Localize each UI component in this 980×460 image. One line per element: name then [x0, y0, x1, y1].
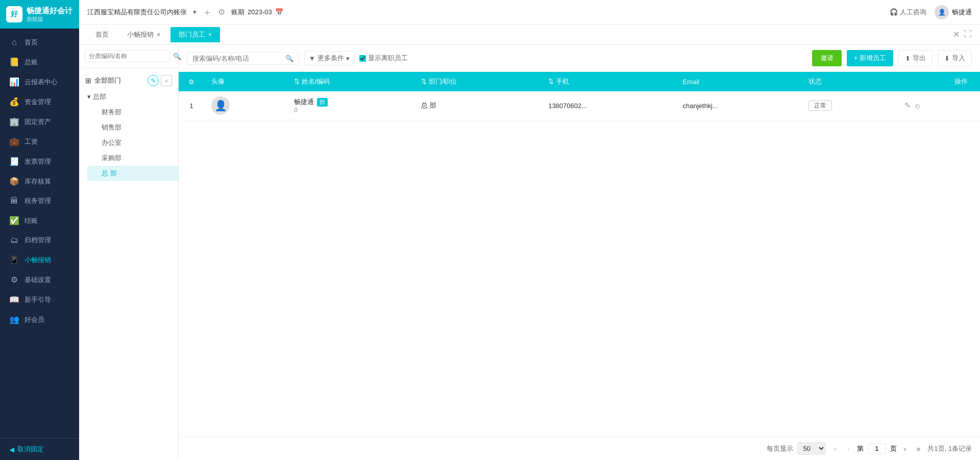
dept-item-finance[interactable]: 财务部	[87, 105, 178, 120]
funds-icon: 💰	[9, 97, 19, 107]
topbar: 江西服宝精品有限责任公司内账张 ▾ ＋ ⚙ 账期 2023-03 📅 🎧 人工咨…	[79, 0, 980, 24]
export-label: 导出	[913, 54, 926, 63]
inventory-icon: 📦	[9, 176, 19, 186]
export-button[interactable]: ⬆ 导出	[898, 50, 933, 66]
more-filters-button[interactable]: ▼ 更多条件 ▾	[304, 51, 354, 65]
first-page-button[interactable]: «	[830, 444, 840, 454]
show-resigned-checkbox[interactable]: 显示离职员工	[359, 54, 408, 63]
add-company-button[interactable]: ＋	[203, 6, 212, 18]
import-button[interactable]: ⬇ 导入	[938, 50, 972, 66]
cell-dept: 总 部	[414, 91, 541, 120]
invite-button[interactable]: 邀请	[812, 50, 842, 66]
nav-label-inventory: 库存核算	[24, 177, 51, 186]
tab-home-label: 首页	[95, 30, 109, 39]
nav-item-invoice[interactable]: 🧾 发票管理	[0, 151, 79, 171]
nav-item-inventory[interactable]: 📦 库存核算	[0, 171, 79, 191]
col-name[interactable]: ⇅ 姓名/编码	[287, 72, 414, 91]
nav-list: ⌂ 首页 📒 总账 📊 云报表中心 💰 资金管理 🏢 固定资产 💼 工资 🧾 发…	[0, 29, 79, 438]
collapse-dept-button[interactable]: «	[161, 75, 172, 86]
tab-home[interactable]: 首页	[87, 27, 117, 42]
service-label: 人工咨询	[900, 8, 926, 17]
ledger-icon: 📒	[9, 57, 19, 67]
search-icon[interactable]: 🔍	[285, 55, 293, 62]
salary-icon: 💼	[9, 137, 19, 146]
tab-expand-btn[interactable]: ⛶	[964, 30, 972, 39]
nav-label-archive: 归档管理	[24, 236, 51, 245]
dept-search-input[interactable]	[84, 50, 170, 62]
dept-tag: 部	[317, 98, 328, 107]
per-page-select[interactable]: 50 10 20 100	[797, 442, 826, 455]
cell-name: 畅捷通 部 0	[287, 91, 414, 120]
nav-label-ledger: 总账	[24, 58, 38, 67]
tab-close-btn[interactable]: ✕	[953, 30, 960, 39]
company-dropdown-icon[interactable]: ▾	[193, 8, 197, 16]
archive-icon: 🗂	[9, 236, 19, 245]
tab-expense-close[interactable]: ×	[157, 31, 160, 38]
nav-item-tax[interactable]: 🏛 税务管理	[0, 191, 79, 211]
tabs-actions: ✕ ⛶	[953, 30, 972, 39]
nav-label-funds: 资金管理	[24, 97, 51, 107]
col-dept[interactable]: ⇅ 部门/职位	[414, 72, 541, 91]
add-employee-button[interactable]: + 新增员工	[847, 50, 893, 66]
dept-search-area: 🔍	[79, 45, 178, 68]
filter-label: 更多条件	[317, 54, 344, 63]
col-phone[interactable]: ⇅ 手机	[541, 72, 675, 91]
nav-item-closing[interactable]: ✅ 结账	[0, 211, 79, 231]
nav-item-salary[interactable]: 💼 工资	[0, 132, 79, 151]
filter-icon: ▼	[309, 55, 315, 62]
show-resigned-label: 显示离职员工	[368, 54, 408, 63]
dept-item-purchase[interactable]: 采购部	[87, 150, 178, 166]
edit-employee-button[interactable]: ✎	[904, 101, 911, 110]
nav-label-settings: 基础设置	[24, 275, 51, 285]
edit-dept-button[interactable]: ✎	[148, 75, 159, 86]
nav-item-funds[interactable]: 💰 资金管理	[0, 92, 79, 112]
nav-label-closing: 结账	[24, 216, 38, 225]
nav-item-assets[interactable]: 🏢 固定资产	[0, 112, 79, 132]
service-button[interactable]: 🎧 人工咨询	[890, 8, 926, 17]
last-page-button[interactable]: »	[914, 444, 924, 454]
nav-item-archive[interactable]: 🗂 归档管理	[0, 231, 79, 250]
prev-page-button[interactable]: ‹	[844, 444, 853, 454]
nav-label-assets: 固定资产	[24, 117, 51, 126]
nav-label-home: 首页	[24, 38, 38, 47]
nav-label-invoice: 发票管理	[24, 157, 51, 166]
next-page-button[interactable]: ›	[901, 444, 910, 454]
dept-item-sales[interactable]: 销售部	[87, 120, 178, 135]
tab-expense[interactable]: 小畅报销 ×	[119, 27, 168, 42]
content-area: 🔍 ⊞ 全部部门 ✎ « ▾ 总部	[79, 45, 980, 460]
cell-phone: 138070602...	[541, 91, 675, 120]
import-label: 导入	[952, 54, 965, 63]
nav-item-expense[interactable]: 📱 小畅报销	[0, 250, 79, 270]
employee-panel: 🔍 ▼ 更多条件 ▾ 显示离职员工 邀请 + 新增员工 ⬆ 导出	[179, 45, 980, 460]
app-name: 畅捷通好会计	[27, 6, 72, 15]
sidebar: 好 畅捷通好会计 旗舰版 ⌂ 首页 📒 总账 📊 云报表中心 💰 资金管理 🏢 …	[0, 0, 79, 460]
all-dept-text: 全部部门	[94, 76, 121, 85]
nav-label-reports: 云报表中心	[24, 78, 58, 87]
dept-branch: 财务部 销售部 办公室 采购部 总 部	[79, 105, 178, 181]
company-name: 江西服宝精品有限责任公司内账张	[87, 8, 187, 17]
logout-employee-button[interactable]: ⎋	[915, 101, 920, 110]
nav-item-home[interactable]: ⌂ 首页	[0, 33, 79, 52]
nav-item-settings[interactable]: ⚙ 基础设置	[0, 270, 79, 290]
nav-item-ledger[interactable]: 📒 总账	[0, 52, 79, 72]
calendar-icon[interactable]: 📅	[275, 8, 283, 16]
employee-table-wrap: ⚙ 头像 ⇅ 姓名/编码 ⇅ 部门/职位 ⇅ 手机 Email	[179, 72, 980, 437]
tab-dept-close[interactable]: ×	[208, 31, 212, 38]
col-settings[interactable]: ⚙	[179, 72, 204, 91]
dept-item-general[interactable]: 总 部	[87, 166, 178, 181]
nav-item-reports[interactable]: 📊 云报表中心	[0, 72, 79, 92]
pin-icon: ◀	[9, 446, 14, 453]
page-input[interactable]	[868, 443, 886, 454]
dept-item-office[interactable]: 办公室	[87, 135, 178, 150]
unpin-button[interactable]: ◀ 取消固定	[0, 438, 79, 460]
main-area: 江西服宝精品有限责任公司内账张 ▾ ＋ ⚙ 账期 2023-03 📅 🎧 人工咨…	[79, 0, 980, 460]
user-area[interactable]: 👤 畅捷通	[935, 5, 972, 19]
company-settings-icon[interactable]: ⚙	[218, 7, 225, 17]
all-dept-header[interactable]: ⊞ 全部部门 ✎ «	[79, 72, 178, 89]
nav-item-guide[interactable]: 📖 新手引导	[0, 290, 79, 310]
employee-search-input[interactable]	[192, 55, 282, 62]
tab-dept[interactable]: 部门员工 ×	[170, 27, 220, 42]
nav-item-member[interactable]: 👥 好会员	[0, 310, 79, 329]
dept-tree: ▾ 总部 财务部 销售部 办公室 采购部 总 部	[79, 89, 178, 181]
resigned-checkbox-input[interactable]	[359, 55, 366, 62]
